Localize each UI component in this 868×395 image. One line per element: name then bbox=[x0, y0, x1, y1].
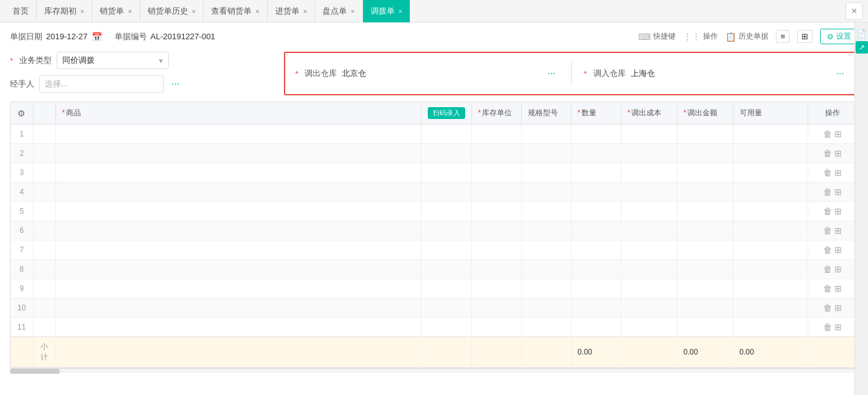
tab-close-purchase-order[interactable]: × bbox=[303, 7, 307, 15]
sidebar-doc-icon[interactable]: 📄 bbox=[856, 27, 868, 40]
layout-icon-1: ≡ bbox=[780, 32, 785, 41]
calendar-icon[interactable]: 📅 bbox=[92, 32, 102, 42]
warehouse-out-required: * bbox=[295, 69, 298, 79]
copy-icon-4[interactable]: ⊞ bbox=[834, 187, 842, 197]
table-gear-icon[interactable]: ⚙ bbox=[17, 108, 26, 118]
warehouse-in-required: * bbox=[584, 69, 587, 79]
col-amount-header: *调出金额 bbox=[677, 102, 733, 125]
form-left: * 业务类型 同价调拨 ▾ 经手人 选择... ··· bbox=[10, 52, 284, 93]
delete-icon-3[interactable]: 🗑 bbox=[823, 168, 832, 178]
tab-sales-order[interactable]: 销货单 × bbox=[92, 0, 139, 22]
table-row: 7🗑⊞ bbox=[11, 240, 857, 260]
col-qty-header: *数量 bbox=[571, 102, 621, 125]
delete-icon-7[interactable]: 🗑 bbox=[823, 245, 832, 255]
business-type-select[interactable]: 同价调拨 ▾ bbox=[57, 52, 169, 69]
col-settings-header: ⚙ bbox=[11, 102, 33, 125]
settings-gear-icon: ⚙ bbox=[827, 32, 834, 41]
delete-icon-8[interactable]: 🗑 bbox=[823, 264, 832, 274]
horizontal-scrollbar[interactable] bbox=[10, 368, 858, 373]
tab-transfer[interactable]: 调拨单 × bbox=[363, 0, 410, 22]
copy-icon-9[interactable]: ⊞ bbox=[834, 283, 842, 293]
dropdown-arrow: ▾ bbox=[159, 56, 163, 65]
copy-icon-7[interactable]: ⊞ bbox=[834, 245, 842, 255]
header-row: 单据日期 2019-12-27 📅 单据编号 AL-20191227-001 ⌨… bbox=[10, 29, 858, 44]
col-product-header: *商品 bbox=[55, 102, 421, 125]
tab-bar: 首页 库存期初 × 销货单 × 销货单历史 × 查看销货单 × 进货单 × 盘点… bbox=[0, 0, 868, 22]
table-row: 11🗑⊞ bbox=[11, 318, 857, 337]
form-area: * 业务类型 同价调拨 ▾ 经手人 选择... ··· * 调出仓库 bbox=[10, 52, 858, 95]
col-unit-header: *库存单位 bbox=[471, 102, 521, 125]
history-icon: 📋 bbox=[725, 32, 736, 42]
delete-icon-9[interactable]: 🗑 bbox=[823, 283, 832, 293]
tab-close-stocktake[interactable]: × bbox=[351, 7, 354, 15]
copy-icon-2[interactable]: ⊞ bbox=[834, 148, 842, 158]
table-row: 5🗑⊞ bbox=[11, 202, 857, 221]
table-row: 1🗑⊞ bbox=[11, 125, 857, 144]
handler-more-btn[interactable]: ··· bbox=[169, 79, 182, 90]
header-actions: ⌨ 快捷键 ⋮⋮ 操作 📋 历史单据 ≡ ⊞ ⚙ 设置 bbox=[638, 29, 858, 44]
tab-close-view-sales[interactable]: × bbox=[255, 7, 259, 15]
business-type-required: * bbox=[10, 56, 13, 65]
col-cost-header: *调出成本 bbox=[621, 102, 677, 125]
tab-inventory-init[interactable]: 库存期初 × bbox=[37, 0, 92, 22]
col-scan-header: 扫码录入 bbox=[421, 102, 471, 125]
scroll-thumb[interactable] bbox=[10, 369, 60, 374]
handler-select[interactable]: 选择... bbox=[39, 75, 164, 93]
warehouse-section: * 调出仓库 北京仓 ··· * 调入仓库 上海仓 ··· bbox=[284, 52, 858, 95]
layout-btn-1[interactable]: ≡ bbox=[776, 30, 790, 43]
delete-icon-4[interactable]: 🗑 bbox=[823, 187, 832, 197]
tab-stocktake[interactable]: 盘点单 × bbox=[315, 0, 362, 22]
table-row: 9🗑⊞ bbox=[11, 279, 857, 298]
handler-field: 经手人 选择... ··· bbox=[10, 75, 274, 93]
copy-icon-6[interactable]: ⊞ bbox=[834, 226, 842, 236]
warehouse-in-more-btn[interactable]: ··· bbox=[834, 68, 847, 79]
table-row: 10🗑⊞ bbox=[11, 298, 857, 318]
doc-number-field: 单据编号 AL-20191227-001 bbox=[115, 31, 215, 42]
copy-icon-5[interactable]: ⊞ bbox=[834, 206, 842, 216]
delete-icon-1[interactable]: 🗑 bbox=[823, 129, 832, 139]
transfer-table: ⚙ *商品 扫码录入 *库存单位 规格型号 bbox=[11, 102, 857, 368]
history-btn[interactable]: 📋 历史单据 bbox=[725, 31, 768, 42]
copy-icon-10[interactable]: ⊞ bbox=[834, 303, 842, 313]
tab-close-transfer[interactable]: × bbox=[399, 7, 402, 15]
sidebar-expand-icon[interactable]: ↗ bbox=[856, 41, 868, 54]
delete-icon-5[interactable]: 🗑 bbox=[823, 206, 832, 216]
delete-icon-11[interactable]: 🗑 bbox=[823, 322, 832, 332]
tab-close-sales-order[interactable]: × bbox=[128, 7, 131, 15]
col-avail-header: 可用量 bbox=[733, 102, 808, 125]
tab-sales-history[interactable]: 销货单历史 × bbox=[140, 0, 204, 22]
copy-icon-11[interactable]: ⊞ bbox=[834, 322, 842, 332]
date-field: 单据日期 2019-12-27 📅 bbox=[10, 31, 102, 42]
table-row: 4🗑⊞ bbox=[11, 183, 857, 202]
tab-view-sales[interactable]: 查看销货单 × bbox=[204, 0, 267, 22]
copy-icon-3[interactable]: ⊞ bbox=[834, 168, 842, 178]
business-type-field: * 业务类型 同价调拨 ▾ bbox=[10, 52, 274, 69]
delete-icon-2[interactable]: 🗑 bbox=[823, 148, 832, 158]
warehouse-divider bbox=[571, 61, 572, 86]
warehouse-out-more-btn[interactable]: ··· bbox=[545, 68, 558, 79]
copy-icon-8[interactable]: ⊞ bbox=[834, 264, 842, 274]
table-body: 1🗑⊞ 2🗑⊞ 3🗑⊞ 4🗑⊞ 5🗑⊞ 6🗑⊞ 7🗑⊞ 8🗑⊞ 9🗑⊞ 10🗑⊞… bbox=[11, 125, 857, 368]
layout-btn-2[interactable]: ⊞ bbox=[797, 30, 813, 43]
col-ops-header: 操作 bbox=[808, 102, 857, 125]
window-close-button[interactable]: × bbox=[846, 2, 863, 20]
operations-btn[interactable]: ⋮⋮ 操作 bbox=[683, 31, 718, 42]
delete-icon-6[interactable]: 🗑 bbox=[823, 226, 832, 236]
tab-close-sales-history[interactable]: × bbox=[192, 7, 196, 15]
delete-icon-10[interactable]: 🗑 bbox=[823, 303, 832, 313]
shortcut-btn[interactable]: ⌨ 快捷键 bbox=[638, 31, 676, 42]
settings-button[interactable]: ⚙ 设置 bbox=[820, 29, 858, 44]
table-header-row: ⚙ *商品 扫码录入 *库存单位 规格型号 bbox=[11, 102, 857, 125]
tab-home[interactable]: 首页 bbox=[5, 0, 37, 22]
warehouse-out-section: * 调出仓库 北京仓 ··· bbox=[295, 68, 559, 79]
tab-close-inventory-init[interactable]: × bbox=[80, 7, 84, 15]
subtotal-label: 小计 bbox=[33, 337, 55, 368]
table-row: 3🗑⊞ bbox=[11, 163, 857, 183]
subtotal-qty: 0.00 bbox=[571, 337, 621, 368]
scan-input-btn[interactable]: 扫码录入 bbox=[428, 107, 465, 119]
right-sidebar: 📄 ↗ bbox=[854, 22, 868, 379]
layout-icon-2: ⊞ bbox=[801, 32, 808, 41]
copy-icon-1[interactable]: ⊞ bbox=[834, 129, 842, 139]
tab-purchase-order[interactable]: 进货单 × bbox=[268, 0, 315, 22]
table-row: 6🗑⊞ bbox=[11, 221, 857, 240]
